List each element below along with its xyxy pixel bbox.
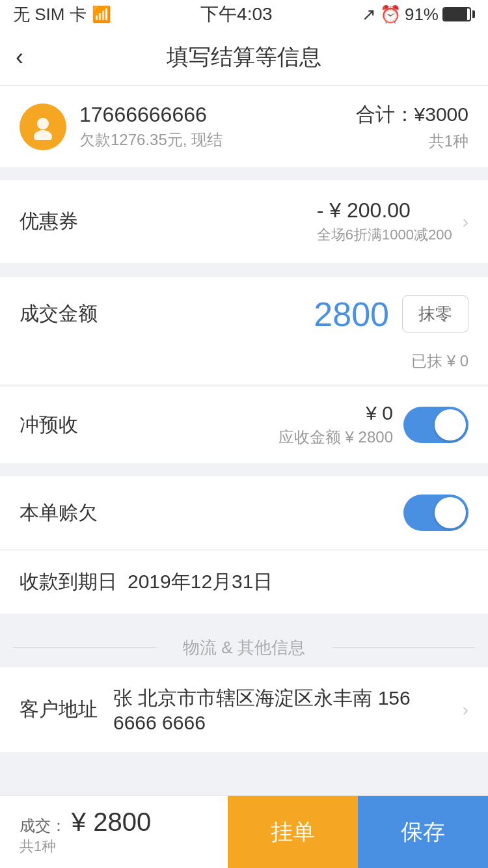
chong-right: ¥ 0 应收金额 ¥ 2800 xyxy=(278,402,468,448)
status-left: 无 SIM 卡 📶 xyxy=(13,3,111,26)
due-value: 2019年12月31日 xyxy=(128,569,273,595)
svg-point-0 xyxy=(37,118,49,129)
round-button[interactable]: 抹零 xyxy=(402,295,468,332)
battery-icon xyxy=(442,7,475,21)
back-button[interactable]: ‹ xyxy=(16,44,23,71)
avatar xyxy=(20,103,66,150)
footer-count: 共1种 xyxy=(20,837,208,856)
address-row[interactable]: 客户地址 张 北京市市辖区海淀区永丰南 156 6666 6666 › xyxy=(0,667,488,752)
section-divider-3 xyxy=(0,615,488,628)
battery-percent: 91% xyxy=(405,5,439,25)
order-summary: 合计：¥3000 共1种 xyxy=(356,102,468,152)
content: 17666666666 欠款1276.35元, 现结 合计：¥3000 共1种 … xyxy=(0,86,488,868)
owe-toggle[interactable] xyxy=(403,495,468,531)
hang-button[interactable]: 挂单 xyxy=(228,796,358,869)
page-title: 填写结算等信息 xyxy=(167,42,321,72)
status-right: ↗ ⏰ 91% xyxy=(362,5,475,25)
save-button[interactable]: 保存 xyxy=(358,796,488,869)
coupon-amount: - ¥ 200.00 xyxy=(317,198,452,223)
due-label: 收款到期日 xyxy=(20,569,117,595)
address-value: 张 北京市市辖区海淀区永丰南 156 6666 6666 xyxy=(113,685,457,734)
owe-label: 本单赊欠 xyxy=(20,500,98,526)
nav-bar: ‹ 填写结算等信息 xyxy=(0,29,488,86)
order-count: 共1种 xyxy=(356,131,468,152)
footer-deal-row: 成交： ¥ 2800 xyxy=(20,807,208,837)
section-divider-2 xyxy=(0,463,488,476)
customer-card: 17666666666 欠款1276.35元, 现结 合计：¥3000 共1种 xyxy=(0,86,488,167)
status-bar: 无 SIM 卡 📶 下午4:03 ↗ ⏰ 91% xyxy=(0,0,488,29)
footer-summary: 成交： ¥ 2800 共1种 xyxy=(0,807,228,856)
coupon-row[interactable]: 优惠券 - ¥ 200.00 全场6折满1000减200 › xyxy=(0,180,488,263)
section-divider-1 xyxy=(0,264,488,277)
address-label: 客户地址 xyxy=(20,696,98,723)
footer-deal-label: 成交： xyxy=(20,817,66,834)
amount-right: 2800 抹零 xyxy=(314,295,468,332)
due-row: 收款到期日 2019年12月31日 xyxy=(0,550,488,614)
coupon-info: - ¥ 200.00 全场6折满1000减200 xyxy=(317,198,452,245)
customer-details: 17666666666 欠款1276.35元, 现结 xyxy=(79,103,223,150)
owe-row: 本单赊欠 xyxy=(0,476,488,549)
customer-info: 17666666666 欠款1276.35元, 现结 xyxy=(20,103,223,150)
amount-label: 成交金额 xyxy=(20,301,98,327)
footer: 成交： ¥ 2800 共1种 挂单 保存 xyxy=(0,795,488,868)
order-total: 合计：¥3000 xyxy=(356,102,468,128)
alarm-icon: ⏰ xyxy=(380,5,401,25)
address-chevron-icon: › xyxy=(463,699,468,720)
coupon-label: 优惠券 xyxy=(20,208,78,235)
chevron-right-icon: › xyxy=(463,211,468,232)
logistics-text: 物流 & 其他信息 xyxy=(183,636,305,659)
chong-sub: 应收金额 ¥ 2800 xyxy=(278,427,393,448)
customer-sub: 欠款1276.35元, 现结 xyxy=(79,129,223,150)
owe-toggle-knob xyxy=(435,497,466,528)
chong-amount: ¥ 0 应收金额 ¥ 2800 xyxy=(278,402,393,448)
amount-section: 成交金额 2800 抹零 已抹 ¥ 0 xyxy=(0,277,488,385)
logistics-line-left xyxy=(13,647,157,648)
chong-label: 冲预收 xyxy=(20,412,78,439)
logistics-divider: 物流 & 其他信息 xyxy=(0,628,488,667)
amount-row: 成交金额 2800 抹零 xyxy=(0,277,488,351)
toggle-knob xyxy=(435,409,466,441)
amount-value: 2800 xyxy=(314,297,389,331)
customer-phone: 17666666666 xyxy=(79,103,223,127)
coupon-desc: 全场6折满1000减200 xyxy=(317,225,452,245)
chong-toggle[interactable] xyxy=(403,407,468,443)
chong-value: ¥ 0 xyxy=(278,402,393,424)
chong-row: 冲预收 ¥ 0 应收金额 ¥ 2800 xyxy=(0,386,488,463)
footer-amount: ¥ 2800 xyxy=(72,807,151,836)
svg-point-1 xyxy=(34,130,52,140)
wifi-icon: 📶 xyxy=(92,5,111,23)
logistics-line-right xyxy=(331,647,475,648)
carrier-text: 无 SIM 卡 xyxy=(13,3,87,26)
coupon-right: - ¥ 200.00 全场6折满1000减200 › xyxy=(317,198,468,245)
location-icon: ↗ xyxy=(362,5,376,25)
status-time: 下午4:03 xyxy=(200,2,273,27)
amount-sub: 已抹 ¥ 0 xyxy=(0,351,488,385)
